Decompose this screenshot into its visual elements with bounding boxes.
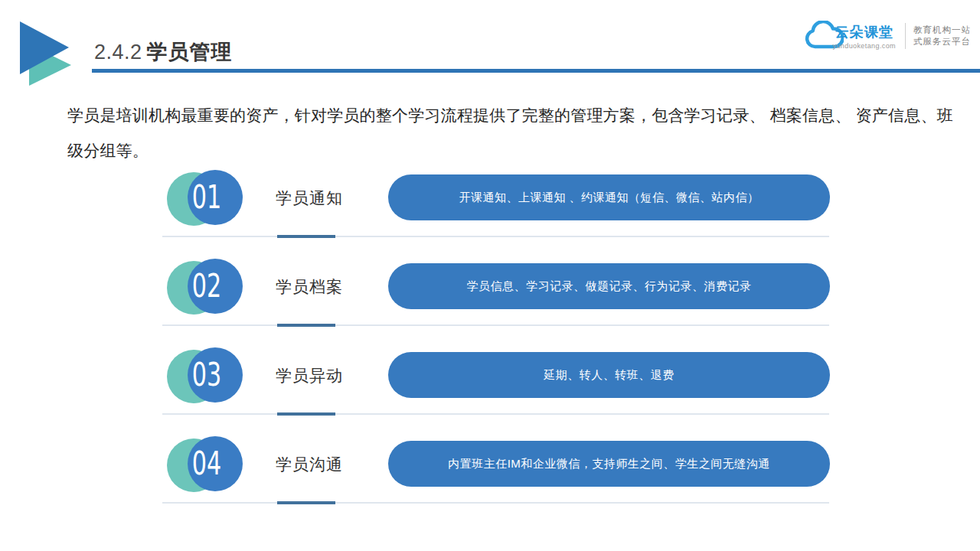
row-divider [162, 236, 829, 237]
feature-label: 学员异动 [276, 365, 349, 386]
divider-accent [277, 324, 335, 327]
brand-text: 云朵课堂 yunduoketang.com [833, 23, 896, 50]
section-title: 学员管理 [147, 41, 233, 64]
brand-separator [905, 23, 906, 49]
slide: 2.4.2学员管理 云朵课堂 yunduoketang.com 教育机构一站 式… [0, 0, 980, 551]
divider-accent [277, 501, 335, 504]
feature-label: 学员沟通 [276, 454, 349, 475]
badge-number: 04 [189, 446, 224, 481]
feature-pill: 内置班主任IM和企业微信，支持师生之间、学生之间无缝沟通 [388, 441, 830, 487]
feature-pill: 延期、转人、转班、退费 [388, 352, 830, 398]
feature-row-archive: 02 学员档案 学员信息、学习记录、做题记录、行为记录、消费记录 [0, 259, 980, 335]
title-underline [92, 69, 980, 73]
feature-row-communication: 04 学员沟通 内置班主任IM和企业微信，支持师生之间、学生之间无缝沟通 [0, 436, 980, 513]
divider-accent [277, 412, 335, 416]
feature-label: 学员档案 [276, 276, 349, 298]
feature-label: 学员通知 [276, 187, 349, 209]
brand-tagline-line1: 教育机构一站 [913, 24, 971, 36]
section-number: 2.4.2 [94, 41, 142, 64]
brand-tagline: 教育机构一站 式服务云平台 [913, 24, 971, 47]
brand-domain: yunduoketang.com [833, 42, 896, 50]
feature-pill: 学员信息、学习记录、做题记录、行为记录、消费记录 [388, 263, 830, 309]
feature-row-change: 03 学员异动 延期、转人、转班、退费 [0, 347, 980, 424]
brand-tagline-line2: 式服务云平台 [913, 36, 971, 47]
badge-number: 02 [189, 269, 224, 304]
brand-name: 云朵课堂 [835, 23, 893, 41]
row-divider [162, 502, 829, 504]
feature-row-notice: 01 学员通知 开课通知、上课通知 、约课通知（短信、微信、站内信） [0, 170, 980, 246]
badge-number: 01 [189, 180, 224, 215]
divider-accent [277, 235, 335, 238]
row-divider [162, 413, 829, 415]
row-divider [162, 324, 829, 326]
intro-paragraph: 学员是培训机构最重要的资产，针对学员的整个学习流程提供了完整的管理方案，包含学习… [67, 98, 963, 168]
feature-pill: 开课通知、上课通知 、约课通知（短信、微信、站内信） [388, 174, 830, 220]
page-title: 2.4.2学员管理 [94, 38, 233, 66]
triangle-logo-icon [0, 0, 100, 99]
badge-number: 03 [189, 357, 224, 393]
brand-logo: 云朵课堂 yunduoketang.com 教育机构一站 式服务云平台 [804, 21, 971, 51]
